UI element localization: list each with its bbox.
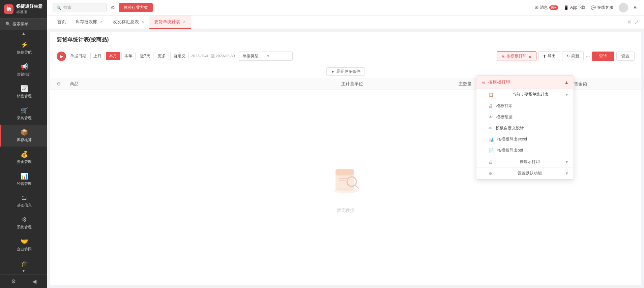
tab-stock-summary[interactable]: 收发存汇总表 × <box>108 15 149 29</box>
date-btn-7days[interactable]: 近7天 <box>137 52 153 60</box>
current-template-expand: ▼ <box>565 92 569 97</box>
sidebar-item-operations[interactable]: 📊 经营管理 <box>0 168 47 190</box>
more-button[interactable]: ··· <box>586 53 590 59</box>
current-template-row[interactable]: 📋 当前：要货单统计表 ▼ <box>476 89 574 100</box>
print-expand-icon: ▲ <box>528 54 532 59</box>
current-template-icon: 📋 <box>489 92 494 97</box>
user-avatar[interactable] <box>619 3 628 12</box>
tabbar-right: ✕ ⤢ <box>627 19 639 25</box>
order-type-filter[interactable]: 单据类型 ▼ <box>239 52 293 61</box>
dropdown-item-design[interactable]: ✏ 模板自定义设计 <box>476 123 574 134</box>
topbar-messages[interactable]: ✉ 消息 99+ <box>535 5 558 10</box>
sidebar-item-basics[interactable]: 🗂 基础信息 <box>0 190 47 212</box>
logo-icon: 畅 <box>4 4 13 14</box>
dropdown-item-export-excel[interactable]: 📊 按模板导出excel <box>476 134 574 145</box>
sidebar-scroll-down[interactable]: ▼ <box>0 267 47 275</box>
column-settings-icon[interactable]: ⚙ <box>57 81 61 87</box>
topbar-search[interactable]: 🔍 搜索 <box>53 3 107 12</box>
topbar-search-icon: 🔍 <box>56 5 61 10</box>
print-item-icon: 🖨 <box>489 103 493 108</box>
tab-home[interactable]: 首页 <box>53 15 71 29</box>
sidebar-item-collab[interactable]: 🤝 企业协同 <box>0 234 47 256</box>
display-print-expand: ▼ <box>565 160 569 164</box>
tab-close-all[interactable]: ✕ <box>627 19 632 25</box>
tab-expand[interactable]: ⤢ <box>634 19 639 25</box>
tab-stock-summary-close[interactable]: × <box>141 20 145 24</box>
sidebar-item-marketing[interactable]: 📢 营销推广 <box>0 59 47 81</box>
display-print-section: 🖨 按显示打印 ▼ <box>476 156 574 168</box>
sidebar-nav: ⚡ 快捷导航 📢 营销推广 📈 销售管理 🛒 采购管理 📦 库存核算 💰 资金管… <box>0 37 47 267</box>
sidebar-item-finance[interactable]: 💰 资金管理 <box>0 147 47 168</box>
pdf-item-icon: 📄 <box>489 148 494 153</box>
display-print-row[interactable]: 🖨 按显示打印 ▼ <box>476 156 574 167</box>
quicknav-icon: ⚡ <box>21 41 28 49</box>
sidebar-item-purchase[interactable]: 🛒 采购管理 <box>0 103 47 125</box>
date-btn-custom[interactable]: 自定义 <box>170 52 188 60</box>
order-type-label: 单据类型 <box>242 53 265 59</box>
sidebar-item-inventory[interactable]: 📦 库存核算 <box>0 125 47 147</box>
tab-inventory-batch-close[interactable]: × <box>99 20 103 24</box>
expand-icon: ▶ <box>60 54 63 59</box>
dropdown-header: 🖨 按模板打印 ▲ <box>476 76 574 89</box>
toolbar-actions: 🖨 按模板打印 ▲ ⬆ 导出 ↻ 刷新 ··· 查询 设置 <box>497 51 635 61</box>
display-print-icon: 🖨 <box>489 160 493 164</box>
refresh-icon: ↻ <box>566 54 570 59</box>
service-icon: 💬 <box>591 5 596 10</box>
expand-more-button[interactable]: ▼ 展开更多条件 <box>326 67 365 76</box>
tab-order-stats[interactable]: 要货单统计表 × <box>149 15 191 29</box>
purchase-icon: 🛒 <box>21 107 28 114</box>
tab-order-stats-close[interactable]: × <box>182 20 186 24</box>
svg-line-4 <box>355 185 358 188</box>
default-func-row[interactable]: ⚙ 设置默认功能 ▼ <box>476 168 574 179</box>
date-btn-last-month[interactable]: 上月 <box>90 52 105 60</box>
svg-rect-5 <box>339 178 347 179</box>
sidebar-collapse-btn[interactable]: ◀ <box>32 278 36 285</box>
filter-expand-btn[interactable]: ▶ <box>57 52 66 61</box>
marketing-icon: 📢 <box>21 63 28 70</box>
sidebar-scroll-up[interactable]: ▲ <box>0 30 47 37</box>
svg-rect-2 <box>335 169 354 175</box>
date-btn-more[interactable]: 更多 <box>155 52 169 60</box>
date-btn-this-month[interactable]: 本月 <box>106 52 120 60</box>
topbar-app-download[interactable]: 📱 App下载 <box>564 5 585 10</box>
export-icon: ⬆ <box>543 54 546 59</box>
settings-button[interactable]: 设置 <box>616 52 635 61</box>
sidebar-bottom: ⚙ ◀ <box>0 275 47 288</box>
design-item-icon: ✏ <box>489 126 492 131</box>
tab-inventory-batch[interactable]: 库存批次账 × <box>71 15 108 29</box>
date-btn-this-year[interactable]: 本年 <box>121 52 136 60</box>
print-icon: 🖨 <box>501 54 505 59</box>
current-template-section: 📋 当前：要货单统计表 ▼ <box>476 89 574 100</box>
sidebar-item-sales[interactable]: 📈 销售管理 <box>0 81 47 103</box>
sidebar-item-guide[interactable]: 🎓 新手引导 <box>0 256 47 267</box>
print-template-button[interactable]: 🖨 按模板打印 ▲ <box>497 51 536 61</box>
sidebar: 畅 畅捷通好生意 标准版 🔍 搜索菜单 ▲ ⚡ 快捷导航 📢 营销推广 📈 销售… <box>0 0 47 288</box>
main-area: 🔍 搜索 ⚙ 体验行业方案 ✉ 消息 99+ 📱 App下载 💬 在线客服 Ri… <box>47 0 644 288</box>
dropdown-collapse-btn[interactable]: ▲ <box>564 79 569 85</box>
topbar-right: ✉ 消息 99+ 📱 App下载 💬 在线客服 Rit <box>535 3 639 12</box>
basics-icon: 🗂 <box>21 194 27 201</box>
logo-text: 畅捷通好生意 标准版 <box>16 3 42 15</box>
topbar-gear[interactable]: ⚙ <box>111 5 115 11</box>
topbar: 🔍 搜索 ⚙ 体验行业方案 ✉ 消息 99+ 📱 App下载 💬 在线客服 Ri… <box>47 0 644 15</box>
dropdown-item-export-pdf[interactable]: 📄 按模板导出pdf <box>476 145 574 156</box>
topbar-online-service[interactable]: 💬 在线客服 <box>591 5 613 10</box>
col-product: 商品 <box>66 81 296 87</box>
sidebar-settings-btn[interactable]: ⚙ <box>11 278 16 285</box>
trial-button[interactable]: 体验行业方案 <box>119 3 153 12</box>
inventory-icon: 📦 <box>21 129 28 136</box>
dropdown-item-print[interactable]: 🖨 模板打印 <box>476 100 574 111</box>
default-func-section: ⚙ 设置默认功能 ▼ <box>476 168 574 179</box>
dropdown-title: 🖨 按模板打印 <box>481 79 510 85</box>
download-icon: 📱 <box>564 5 569 10</box>
preview-item-icon: 👁 <box>489 115 493 120</box>
date-range-display: 2023-06-01 至 2023-06-30 <box>191 54 235 59</box>
sidebar-item-quicknav[interactable]: ⚡ 快捷导航 <box>0 37 47 59</box>
sidebar-search[interactable]: 🔍 搜索菜单 <box>0 19 47 30</box>
export-button[interactable]: ⬆ 导出 <box>538 51 560 61</box>
dropdown-item-preview[interactable]: 👁 模板预览 <box>476 111 574 123</box>
query-button[interactable]: 查询 <box>592 52 614 61</box>
order-type-chevron: ▼ <box>266 54 289 58</box>
refresh-button[interactable]: ↻ 刷新 <box>562 51 584 61</box>
sidebar-item-system[interactable]: ⚙ 系统管理 <box>0 212 47 234</box>
